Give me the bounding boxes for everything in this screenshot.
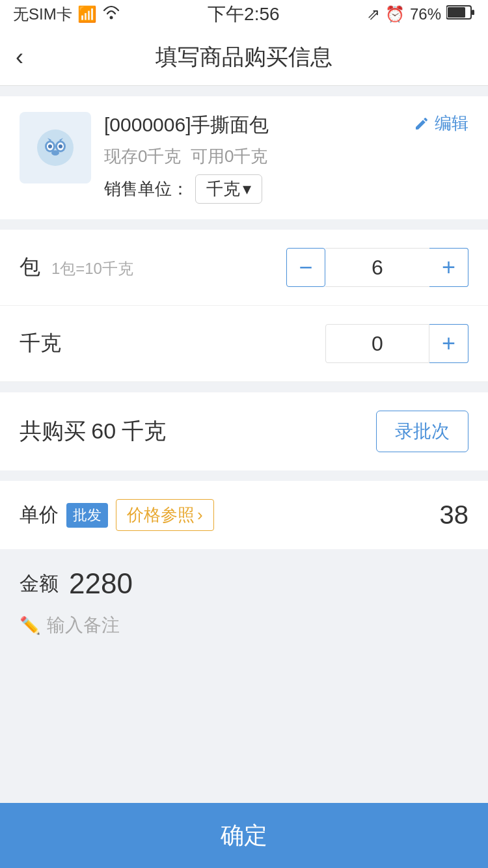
kg-quantity-row: 千克 + (0, 306, 488, 382)
back-button[interactable]: ‹ (16, 44, 23, 71)
wifi-icon (102, 5, 120, 23)
bag-conversion: 1包=10千克 (51, 260, 133, 277)
product-thumbnail (20, 112, 91, 183)
batch-button[interactable]: 录批次 (376, 411, 468, 452)
product-unit: 销售单位： 千克 ▾ (104, 174, 468, 204)
price-left: 单价 批发 价格参照 › (20, 499, 214, 531)
pencil-icon: ✏️ (20, 616, 40, 636)
price-ref-button[interactable]: 价格参照 › (116, 499, 214, 531)
remark-row[interactable]: ✏️ 输入备注 (20, 613, 468, 638)
price-tag: 批发 (66, 503, 108, 528)
edit-button[interactable]: 编辑 (414, 112, 468, 135)
price-section: 单价 批发 价格参照 › 38 (0, 481, 488, 549)
kg-quantity-input[interactable] (325, 324, 429, 363)
product-stock: 现存0千克 可用0千克 (104, 145, 468, 168)
bag-increment-button[interactable]: + (429, 248, 468, 287)
status-left: 无SIM卡 📶 (13, 4, 120, 25)
svg-rect-3 (472, 10, 474, 15)
nav-bar: ‹ 填写商品购买信息 (0, 29, 488, 86)
battery-icon (446, 5, 475, 23)
price-row: 单价 批发 价格参照 › 38 (20, 499, 468, 531)
alarm-icon: ⏰ (385, 5, 405, 23)
carrier-label: 无SIM卡 (13, 4, 72, 25)
bag-quantity-control: − + (286, 248, 468, 287)
amount-section: 金额 2280 ✏️ 输入备注 (0, 549, 488, 656)
product-name: [0000006]手撕面包 (104, 112, 269, 139)
amount-value: 2280 (69, 567, 133, 600)
amount-row: 金额 2280 (20, 567, 468, 600)
confirm-button[interactable]: 确定 (0, 803, 488, 868)
unit-selector[interactable]: 千克 ▾ (195, 174, 262, 204)
svg-point-11 (51, 150, 59, 156)
svg-point-9 (48, 144, 52, 148)
status-bar: 无SIM卡 📶 下午2:56 ⇗ ⏰ 76% (0, 0, 488, 29)
total-row: 共购买 60 千克 录批次 (0, 392, 488, 470)
product-info: [0000006]手撕面包 编辑 现存0千克 可用0千克 销售单位： 千克 ▾ (104, 112, 468, 204)
svg-point-4 (37, 129, 74, 166)
kg-quantity-control: + (325, 324, 468, 363)
total-text: 共购买 60 千克 (20, 416, 166, 446)
bag-decrement-button[interactable]: − (286, 248, 325, 287)
svg-point-0 (109, 16, 113, 20)
quantity-section: 包 1包=10千克 − + 千克 + (0, 230, 488, 382)
svg-point-10 (59, 144, 62, 148)
status-time: 下午2:56 (208, 2, 280, 27)
kg-label: 千克 (20, 329, 325, 358)
svg-rect-2 (448, 7, 465, 18)
page-title: 填写商品购买信息 (156, 42, 332, 72)
product-card: [0000006]手撕面包 编辑 现存0千克 可用0千克 销售单位： 千克 ▾ (0, 96, 488, 219)
price-label: 单价 (20, 502, 59, 528)
price-value: 38 (440, 500, 469, 530)
location-icon: ⇗ (367, 5, 380, 23)
amount-label: 金额 (20, 571, 59, 597)
status-right: ⇗ ⏰ 76% (367, 5, 475, 23)
bag-quantity-input[interactable] (325, 248, 429, 287)
bag-label: 包 1包=10千克 (20, 253, 286, 282)
remark-placeholder: 输入备注 (47, 613, 120, 638)
chevron-right-icon: › (197, 505, 203, 525)
sim-icon: 📶 (77, 5, 97, 23)
chevron-down-icon: ▾ (243, 179, 251, 199)
bag-quantity-row: 包 1包=10千克 − + (0, 230, 488, 306)
kg-increment-button[interactable]: + (429, 324, 468, 363)
battery-percent: 76% (410, 5, 441, 23)
